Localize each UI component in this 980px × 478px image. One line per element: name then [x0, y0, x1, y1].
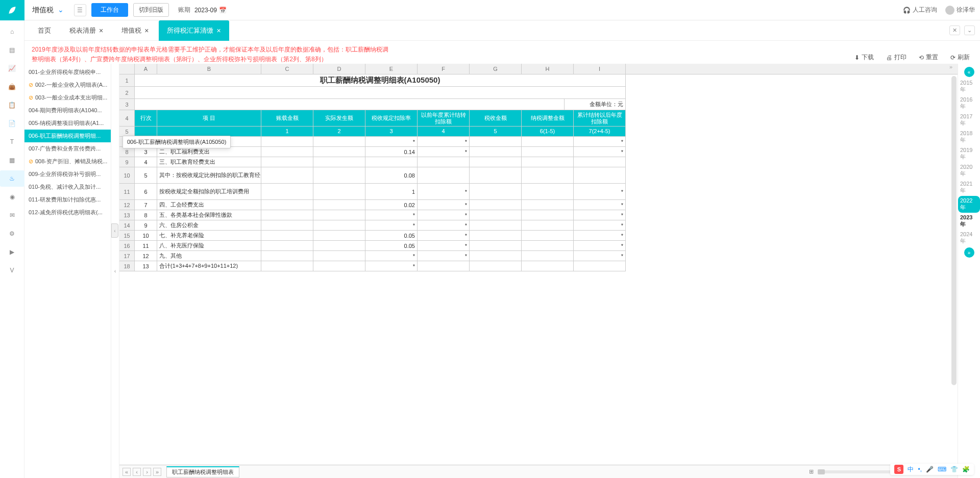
cell-g[interactable]	[470, 147, 522, 157]
cell-i[interactable]: *	[574, 220, 626, 231]
nav-text-icon[interactable]: T	[0, 134, 24, 150]
nav-chart-icon[interactable]: ▦	[0, 152, 24, 168]
year-2016年[interactable]: 2016年	[958, 95, 980, 112]
cell-d[interactable]	[313, 200, 365, 210]
cell-h[interactable]	[522, 147, 574, 157]
close-icon[interactable]: ×	[99, 27, 103, 35]
tree-item-1[interactable]: 001-企业所得税年度纳税申...	[24, 66, 111, 79]
tree-item-3[interactable]: ⊘003-一般企业成本支出明细...	[24, 91, 111, 104]
cell-i[interactable]: *	[574, 200, 626, 210]
nav-clipboard-icon[interactable]: 📋	[0, 97, 24, 113]
ime-skin-icon[interactable]: 👕	[950, 466, 958, 473]
tree-collapse-handle[interactable]: ‹	[111, 64, 119, 478]
cell-f[interactable]: *	[418, 220, 470, 231]
cell-g[interactable]	[470, 210, 522, 220]
tree-item-9[interactable]: 009-企业所得税弥补亏损明...	[24, 168, 111, 181]
cell-g[interactable]	[470, 200, 522, 210]
cell-c[interactable]	[261, 147, 313, 157]
cell-f[interactable]	[418, 167, 470, 184]
cell-e[interactable]	[365, 157, 418, 167]
cell-c[interactable]	[261, 241, 313, 251]
expand-arrow-icon[interactable]: »	[949, 64, 958, 72]
col-header-H[interactable]: H	[522, 64, 574, 74]
app-logo[interactable]	[0, 0, 24, 20]
nav-video-icon[interactable]: ▶	[0, 244, 24, 260]
sheet-next-icon[interactable]: ›	[143, 468, 151, 476]
cell-f[interactable]: *	[418, 147, 470, 157]
ime-punct-icon[interactable]: •,	[918, 466, 922, 473]
cell-c[interactable]	[261, 167, 313, 184]
cell-h[interactable]	[522, 220, 574, 231]
cell-d[interactable]	[313, 220, 365, 231]
ime-mic-icon[interactable]: 🎤	[926, 466, 934, 473]
cell-name[interactable]: 二、职工福利费支出	[157, 147, 261, 157]
cell-d[interactable]	[313, 167, 365, 184]
tree-item-7[interactable]: 007-广告费和业务宣传费跨...	[24, 142, 111, 155]
nav-form-icon[interactable]: 📄	[0, 115, 24, 132]
cell-d[interactable]	[313, 184, 365, 200]
row-header-1[interactable]: 1	[119, 74, 135, 87]
cell-name[interactable]: 七、补充养老保险	[157, 231, 261, 241]
row-header-2[interactable]: 2	[119, 87, 135, 99]
cell-c[interactable]	[261, 251, 313, 261]
cell-g[interactable]	[470, 157, 522, 167]
tree-item-8[interactable]: ⊘008-资产折旧、摊销及纳税...	[24, 155, 111, 168]
cell-d[interactable]	[313, 210, 365, 220]
workbench-button[interactable]: 工作台	[91, 3, 128, 17]
cell-d[interactable]	[313, 147, 365, 157]
row-header-13[interactable]: 13	[119, 210, 135, 220]
menu-toggle-icon[interactable]: ☰	[74, 4, 86, 16]
cell-h[interactable]	[522, 137, 574, 147]
year-2022年[interactable]: 2022年	[958, 196, 980, 213]
ime-mode[interactable]: 中	[908, 465, 914, 474]
nav-inbox-icon[interactable]: ✉	[0, 207, 24, 223]
nav-report-icon[interactable]: ▤	[0, 42, 24, 58]
cell-i[interactable]: *	[574, 231, 626, 241]
cell-c[interactable]	[261, 261, 313, 271]
cell-i[interactable]: *	[574, 137, 626, 147]
sheet-prev-icon[interactable]: ‹	[133, 468, 141, 476]
cell-g[interactable]	[470, 241, 522, 251]
tree-item-2[interactable]: ⊘002-一般企业收入明细表(A...	[24, 79, 111, 91]
cell-f[interactable]: *	[418, 200, 470, 210]
year-2024年[interactable]: 2024年	[958, 230, 980, 246]
cell-name[interactable]: 九、其他	[157, 251, 261, 261]
cell-d[interactable]	[313, 251, 365, 261]
calendar-icon[interactable]: 📅	[219, 7, 227, 14]
tree-item-12[interactable]: 012-减免所得税优惠明细表(...	[24, 206, 111, 219]
nav-stamp-icon[interactable]: ◉	[0, 189, 24, 205]
cell-c[interactable]	[261, 137, 313, 147]
cell-xh[interactable]: 11	[135, 241, 157, 251]
col-header-I[interactable]: I	[574, 64, 626, 74]
year-2017年[interactable]: 2017年	[958, 112, 980, 129]
col-header-D[interactable]: D	[313, 64, 365, 74]
tree-item-6[interactable]: 006-职工薪酬纳税调整明细...	[24, 130, 111, 142]
cell-e[interactable]: *	[365, 220, 418, 231]
cell-xh[interactable]: 13	[135, 261, 157, 271]
cell-h[interactable]	[522, 210, 574, 220]
cell-xh[interactable]: 5	[135, 167, 157, 184]
cell-c[interactable]	[261, 220, 313, 231]
cell-xh[interactable]: 9	[135, 220, 157, 231]
refresh-button[interactable]: ⟳刷新	[950, 53, 970, 62]
cell-f[interactable]	[418, 157, 470, 167]
cell-e[interactable]: 0.14	[365, 147, 418, 157]
cell-c[interactable]	[261, 231, 313, 241]
cell-name[interactable]: 三、职工教育经费支出	[157, 157, 261, 167]
year-2020年[interactable]: 2020年	[958, 162, 980, 179]
cell-c[interactable]	[261, 200, 313, 210]
year-2023年[interactable]: 2023年	[958, 213, 980, 230]
cell-h[interactable]	[522, 261, 574, 271]
col-header-B[interactable]: B	[157, 64, 261, 74]
cell-e[interactable]: *	[365, 210, 418, 220]
cell-d[interactable]	[313, 231, 365, 241]
tree-item-10[interactable]: 010-免税、减计收入及加计...	[24, 181, 111, 193]
year-2019年[interactable]: 2019年	[958, 145, 980, 162]
tree-item-11[interactable]: 011-研发费用加计扣除优惠...	[24, 193, 111, 206]
year-down-button[interactable]: »	[964, 247, 974, 258]
sheet-split-icon[interactable]: ⊞	[809, 468, 814, 475]
col-header-G[interactable]: G	[470, 64, 522, 74]
row-header-11[interactable]: 11	[119, 184, 135, 200]
col-header-E[interactable]: E	[365, 64, 418, 74]
ime-toolbar[interactable]: S 中 •, 🎤 ⌨ 👕 🧩	[890, 464, 974, 475]
